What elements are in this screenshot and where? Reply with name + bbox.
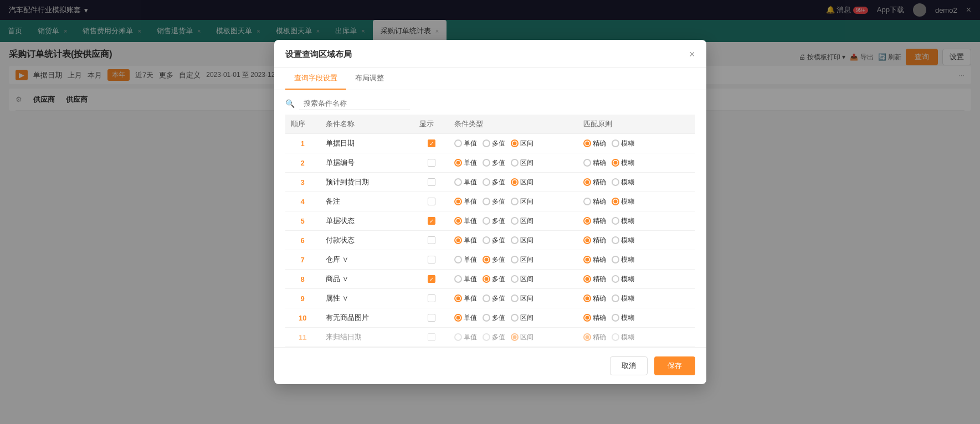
dialog-footer: 取消 保存: [274, 347, 706, 384]
type-radio-item[interactable]: 区间: [511, 216, 533, 226]
type-radio-item[interactable]: 区间: [511, 255, 533, 265]
save-button[interactable]: 保存: [654, 356, 695, 375]
show-checkbox[interactable]: [428, 139, 435, 147]
show-checkbox[interactable]: [428, 198, 435, 205]
radio-circle: [612, 294, 619, 302]
show-checkbox[interactable]: [428, 178, 435, 186]
row-show[interactable]: [414, 173, 449, 192]
match-radio-item[interactable]: 精确: [583, 236, 606, 245]
row-match: 精确模糊: [578, 173, 695, 192]
cancel-button[interactable]: 取消: [610, 356, 648, 375]
show-checkbox[interactable]: [428, 294, 435, 302]
row-type: 单值多值区间: [449, 192, 578, 211]
match-radio-item[interactable]: 模糊: [612, 197, 634, 206]
type-radio-item[interactable]: 单值: [454, 158, 477, 168]
row-show[interactable]: [414, 192, 449, 211]
show-checkbox[interactable]: [428, 275, 435, 283]
type-radio-item[interactable]: 区间: [511, 139, 533, 148]
row-name: 有无商品图片: [320, 308, 414, 328]
show-checkbox[interactable]: [428, 159, 435, 167]
type-radio-item[interactable]: 区间: [511, 333, 533, 342]
type-radio-item[interactable]: 区间: [511, 158, 533, 168]
show-checkbox[interactable]: [428, 333, 435, 341]
match-radio-item[interactable]: 模糊: [612, 139, 634, 148]
radio-label: 单值: [464, 255, 477, 265]
match-radio-item[interactable]: 模糊: [612, 333, 634, 342]
match-radio-item[interactable]: 模糊: [612, 178, 634, 187]
type-radio-item[interactable]: 区间: [511, 197, 533, 206]
radio-label: 精确: [593, 158, 606, 168]
show-checkbox[interactable]: [428, 217, 435, 225]
type-radio-item[interactable]: 单值: [454, 216, 477, 226]
type-radio-item[interactable]: 区间: [511, 236, 533, 245]
type-radio-item[interactable]: 多值: [483, 294, 505, 303]
radio-label: 单值: [464, 294, 477, 303]
type-radio-item[interactable]: 多值: [483, 275, 505, 284]
match-radio-item[interactable]: 精确: [583, 275, 606, 284]
match-radio-item[interactable]: 精确: [583, 139, 606, 148]
type-radio-item[interactable]: 单值: [454, 313, 477, 323]
match-radio-item[interactable]: 精确: [583, 197, 606, 206]
type-radio-item[interactable]: 单值: [454, 255, 477, 265]
match-radio-item[interactable]: 精确: [583, 158, 606, 168]
type-radio-item[interactable]: 区间: [511, 178, 533, 187]
type-radio-item[interactable]: 多值: [483, 178, 505, 187]
row-show[interactable]: [414, 153, 449, 173]
match-radio-item[interactable]: 精确: [583, 216, 606, 226]
match-radio-item[interactable]: 模糊: [612, 158, 634, 168]
dialog-close-button[interactable]: ×: [689, 49, 695, 60]
row-show[interactable]: [414, 289, 449, 308]
match-radio-item[interactable]: 模糊: [612, 294, 634, 303]
type-radio-item[interactable]: 单值: [454, 294, 477, 303]
row-show[interactable]: [414, 270, 449, 289]
match-radio-item[interactable]: 模糊: [612, 275, 634, 284]
match-radio-item[interactable]: 精确: [583, 333, 606, 342]
type-radio-item[interactable]: 区间: [511, 294, 533, 303]
row-show[interactable]: [414, 250, 449, 270]
row-show[interactable]: [414, 134, 449, 153]
match-radio-item[interactable]: 精确: [583, 313, 606, 323]
match-radio-item[interactable]: 模糊: [612, 313, 634, 323]
row-match: 精确模糊: [578, 308, 695, 328]
match-radio-item[interactable]: 模糊: [612, 255, 634, 265]
type-radio-item[interactable]: 多值: [483, 139, 505, 148]
radio-label: 多值: [492, 158, 505, 168]
type-radio-item[interactable]: 单值: [454, 197, 477, 206]
type-radio-item[interactable]: 区间: [511, 275, 533, 284]
type-radio-item[interactable]: 单值: [454, 236, 477, 245]
match-radio-item[interactable]: 精确: [583, 255, 606, 265]
type-radio-item[interactable]: 单值: [454, 333, 477, 342]
row-show[interactable]: [414, 328, 449, 347]
show-checkbox[interactable]: [428, 236, 435, 244]
type-radio-item[interactable]: 区间: [511, 313, 533, 323]
radio-circle: [483, 217, 490, 225]
row-show[interactable]: [414, 231, 449, 250]
dialog-tab-layout-adjust[interactable]: 布局调整: [346, 68, 393, 90]
dialog-tab-field-settings[interactable]: 查询字段设置: [285, 68, 346, 90]
type-radio-item[interactable]: 单值: [454, 178, 477, 187]
show-checkbox[interactable]: [428, 314, 435, 322]
radio-label: 精确: [593, 178, 606, 187]
radio-circle: [583, 217, 591, 225]
radio-circle: [483, 275, 490, 283]
dialog-title: 设置查询区域布局: [285, 49, 352, 60]
search-input[interactable]: [299, 97, 410, 110]
type-radio-item[interactable]: 多值: [483, 255, 505, 265]
show-checkbox[interactable]: [428, 256, 435, 263]
radio-circle: [511, 236, 519, 244]
type-radio-item[interactable]: 多值: [483, 236, 505, 245]
type-radio-item[interactable]: 多值: [483, 158, 505, 168]
match-radio-item[interactable]: 精确: [583, 178, 606, 187]
type-radio-item[interactable]: 多值: [483, 313, 505, 323]
row-show[interactable]: [414, 211, 449, 231]
type-radio-item[interactable]: 多值: [483, 197, 505, 206]
match-radio-item[interactable]: 精确: [583, 294, 606, 303]
type-radio-item[interactable]: 多值: [483, 216, 505, 226]
row-show[interactable]: [414, 308, 449, 328]
type-radio-item[interactable]: 多值: [483, 333, 505, 342]
radio-label: 精确: [593, 216, 606, 226]
match-radio-item[interactable]: 模糊: [612, 236, 634, 245]
match-radio-item[interactable]: 模糊: [612, 216, 634, 226]
type-radio-item[interactable]: 单值: [454, 275, 477, 284]
type-radio-item[interactable]: 单值: [454, 139, 477, 148]
